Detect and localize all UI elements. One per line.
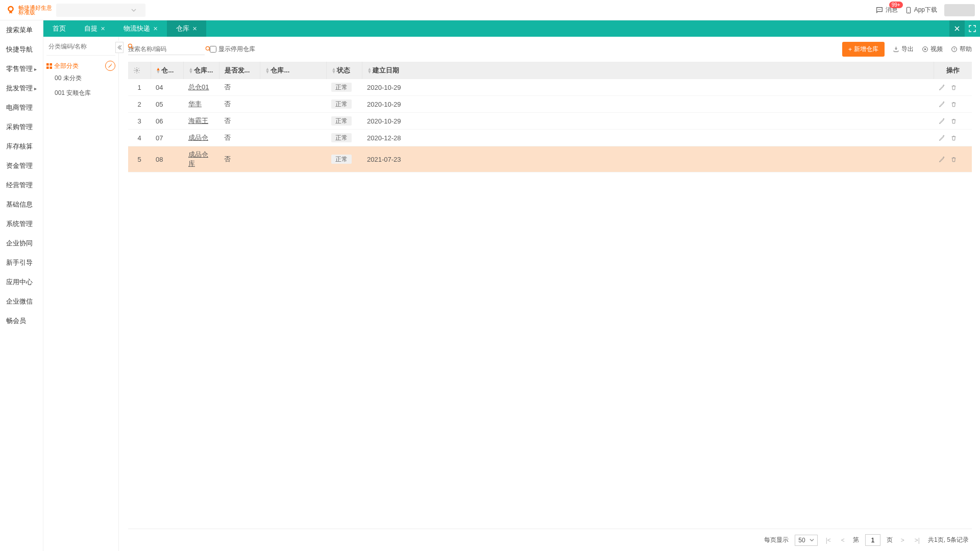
page-input[interactable] bbox=[865, 534, 880, 546]
table-row[interactable]: 306海霸王否正常2020-10-29 bbox=[128, 113, 972, 130]
nav-item-15[interactable]: 畅会员 bbox=[0, 311, 43, 331]
svg-rect-7 bbox=[50, 63, 52, 66]
fullscreen-button[interactable] bbox=[965, 20, 980, 37]
messages-button[interactable]: 消息 99+ bbox=[875, 6, 898, 14]
collapse-tree-button[interactable] bbox=[115, 42, 124, 53]
delete-button[interactable] bbox=[950, 101, 957, 108]
tab-0[interactable]: 首页 bbox=[43, 20, 75, 37]
tab-label: 仓库 bbox=[176, 24, 189, 33]
nav-item-13[interactable]: 应用中心 bbox=[0, 272, 43, 292]
column-addr[interactable]: ▲▼仓库... bbox=[260, 62, 326, 79]
column-code[interactable]: ▲▼仓... bbox=[151, 62, 183, 79]
nav-item-11[interactable]: 企业协同 bbox=[0, 234, 43, 253]
toolbar: 显示停用仓库 + 新增仓库 导出 视频 bbox=[128, 42, 972, 57]
cell-name: 总仓01 bbox=[183, 79, 219, 96]
nav-item-4[interactable]: 电商管理 bbox=[0, 98, 43, 117]
status-badge: 正常 bbox=[331, 133, 352, 142]
edit-button[interactable] bbox=[939, 101, 945, 108]
cell-name: 华丰 bbox=[183, 96, 219, 113]
tab-2[interactable]: 物流快递✕ bbox=[114, 20, 167, 37]
tree-search bbox=[46, 41, 115, 56]
last-page-button[interactable]: >| bbox=[913, 537, 922, 544]
nav-item-1[interactable]: 快捷导航 bbox=[0, 40, 43, 59]
paginator: 每页显示 50 |< < 第 页 > >| 共1页, 5条记录 bbox=[128, 529, 972, 551]
nav-item-7[interactable]: 资金管理 bbox=[0, 156, 43, 176]
nav-item-2[interactable]: 零售管理▸ bbox=[0, 59, 43, 79]
column-name[interactable]: ▲▼仓库... bbox=[183, 62, 219, 79]
table-row[interactable]: 407成品仓否正常2020-12-28 bbox=[128, 130, 972, 146]
table-header-row: ▲▼仓... ▲▼仓库... 是否发... ▲▼仓库... ▲▼状态 ▲▼建立日… bbox=[128, 62, 972, 79]
warehouse-link[interactable]: 总仓01 bbox=[188, 83, 209, 91]
column-date[interactable]: ▲▼建立日期 bbox=[362, 62, 934, 79]
table-row[interactable]: 205华丰否正常2020-10-29 bbox=[128, 96, 972, 113]
nav-item-label: 基础信息 bbox=[6, 200, 33, 209]
edit-button[interactable] bbox=[939, 156, 945, 163]
tree-edit-button[interactable] bbox=[105, 61, 115, 71]
close-icon[interactable]: ✕ bbox=[192, 26, 197, 32]
close-icon[interactable]: ✕ bbox=[101, 26, 105, 32]
column-status[interactable]: ▲▼状态 bbox=[326, 62, 362, 79]
tree-root-node[interactable]: 全部分类 bbox=[46, 62, 79, 70]
nav-item-12[interactable]: 新手引导 bbox=[0, 253, 43, 272]
export-button[interactable]: 导出 bbox=[893, 45, 914, 54]
user-avatar[interactable] bbox=[944, 4, 975, 16]
page-size-select[interactable]: 50 bbox=[795, 535, 817, 546]
org-selector[interactable] bbox=[56, 4, 145, 17]
nav-item-14[interactable]: 企业微信 bbox=[0, 292, 43, 311]
delete-button[interactable] bbox=[950, 84, 957, 91]
nav-item-3[interactable]: 批发管理▸ bbox=[0, 79, 43, 98]
cell-seq: 1 bbox=[128, 79, 151, 96]
edit-button[interactable] bbox=[939, 135, 945, 141]
add-warehouse-button[interactable]: + 新增仓库 bbox=[842, 42, 885, 57]
table-row[interactable]: 104总仓01否正常2020-10-29 bbox=[128, 79, 972, 96]
grid-icon bbox=[46, 63, 52, 69]
show-disabled-input[interactable] bbox=[210, 46, 216, 53]
next-page-button[interactable]: > bbox=[899, 537, 906, 544]
delete-button[interactable] bbox=[950, 135, 957, 141]
column-ship[interactable]: 是否发... bbox=[219, 62, 260, 79]
cell-ship: 否 bbox=[219, 79, 260, 96]
prev-page-button[interactable]: < bbox=[839, 537, 847, 544]
close-all-tabs-button[interactable] bbox=[949, 20, 965, 37]
cell-ops bbox=[934, 113, 972, 130]
brand-logo-icon bbox=[5, 5, 16, 16]
warehouse-link[interactable]: 海霸王 bbox=[188, 117, 208, 124]
message-icon bbox=[875, 6, 884, 14]
nav-item-10[interactable]: 系统管理 bbox=[0, 214, 43, 234]
nav-item-label: 新手引导 bbox=[6, 258, 33, 267]
tree-item-1[interactable]: 001 安顺仓库 bbox=[46, 86, 115, 101]
warehouse-link[interactable]: 成品仓库 bbox=[188, 151, 208, 167]
delete-button[interactable] bbox=[950, 118, 957, 124]
svg-rect-6 bbox=[46, 63, 49, 66]
tab-3[interactable]: 仓库✕ bbox=[167, 20, 206, 37]
help-button[interactable]: ? 帮助 bbox=[951, 45, 972, 54]
edit-button[interactable] bbox=[939, 118, 945, 124]
chevron-down-icon bbox=[131, 8, 136, 13]
nav-item-5[interactable]: 采购管理 bbox=[0, 117, 43, 137]
brand-text-group: 畅捷通好生意 标准版 bbox=[18, 5, 52, 15]
warehouse-link[interactable]: 华丰 bbox=[188, 100, 202, 108]
table-search-input[interactable] bbox=[128, 43, 205, 55]
column-settings[interactable] bbox=[128, 62, 151, 79]
first-page-button[interactable]: |< bbox=[824, 537, 833, 544]
nav-item-6[interactable]: 库存核算 bbox=[0, 137, 43, 156]
show-disabled-checkbox[interactable]: 显示停用仓库 bbox=[210, 45, 255, 54]
show-disabled-label: 显示停用仓库 bbox=[218, 45, 255, 54]
tab-1[interactable]: 自提✕ bbox=[75, 20, 114, 37]
nav-item-label: 搜索菜单 bbox=[6, 26, 33, 35]
top-header: 畅捷通好生意 标准版 消息 99+ App下载 bbox=[0, 0, 980, 20]
table-row[interactable]: 508成品仓库否正常2021-07-23 bbox=[128, 146, 972, 172]
search-icon[interactable] bbox=[127, 43, 134, 50]
nav-item-0[interactable]: 搜索菜单 bbox=[0, 20, 43, 40]
warehouse-link[interactable]: 成品仓 bbox=[188, 134, 208, 141]
nav-item-9[interactable]: 基础信息 bbox=[0, 195, 43, 214]
close-icon[interactable]: ✕ bbox=[153, 26, 158, 32]
video-button[interactable]: 视频 bbox=[922, 45, 943, 54]
edit-button[interactable] bbox=[939, 84, 945, 91]
delete-button[interactable] bbox=[950, 156, 957, 163]
content-wrap: 全部分类 00 未分类001 安顺仓库 显示停用仓库 bbox=[43, 37, 980, 551]
nav-item-8[interactable]: 经营管理 bbox=[0, 176, 43, 195]
app-download-button[interactable]: App下载 bbox=[905, 6, 937, 14]
tree-item-0[interactable]: 00 未分类 bbox=[46, 71, 115, 86]
nav-item-label: 快捷导航 bbox=[6, 45, 33, 54]
